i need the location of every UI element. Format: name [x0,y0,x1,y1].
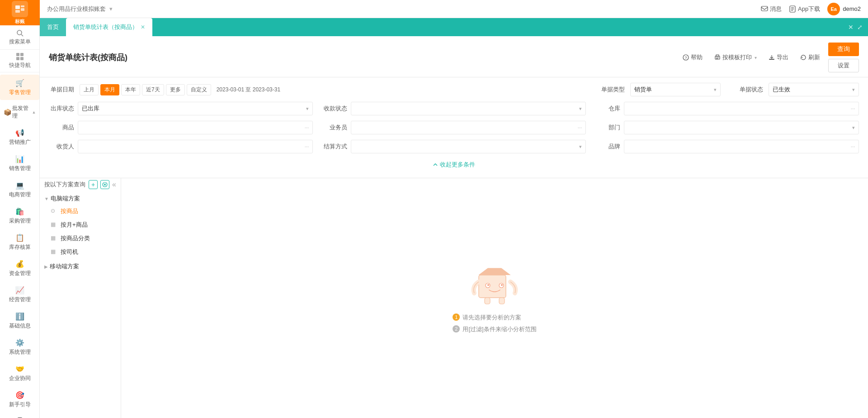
svg-point-29 [487,284,489,286]
out-status-label: 出库状态 [49,104,74,113]
dept-select[interactable] [624,121,859,134]
search-nav-item[interactable]: 搜索菜单 [0,25,39,50]
sidebar-item-finance[interactable]: 💰 资金管理 [0,256,39,281]
out-status-select[interactable]: 已出库 [78,102,313,115]
filter-row-4: 收货人 ··· 结算方式 品牌 ··· [49,140,859,153]
operations-icon: 📈 [15,285,24,294]
export-btn[interactable]: 导出 [765,52,792,63]
logo[interactable]: 标账 [0,0,40,25]
goods-input[interactable]: ··· [78,121,313,134]
receive-status-select[interactable] [351,102,586,115]
date-btn-this-year[interactable]: 本年 [121,84,140,95]
tab-home[interactable]: 首页 [40,18,66,36]
tab-close-btn[interactable]: ✕ [141,24,145,30]
scheme-item-by-month-goods[interactable]: ▦ 按月+商品 [40,218,121,232]
avatar: Ea [827,3,840,15]
date-btn-this-month[interactable]: 本月 [100,84,119,95]
sidebar-item-inventory[interactable]: 📋 库存核算 [0,229,39,255]
scheme-item-by-goods-cat-label: 按商品分类 [61,234,90,242]
scheme-item-table-icon-1: ▦ [51,221,58,228]
sidebar-item-retail[interactable]: 🛒 零售管理 [0,75,39,100]
sidebar-menu: 🛒 零售管理 📦 批发管理 ▲ 📢 营销推广 📊 销售管理 💻 电商管理 🛍️ … [0,72,39,418]
brand-label: 品牌 [595,142,620,151]
bill-status-select[interactable]: 已生效 [769,83,859,96]
window-expand-btn[interactable]: ⤢ [857,24,863,31]
sidebar-item-basic[interactable]: ℹ️ 基础信息 [0,308,39,333]
finance-icon: 💰 [15,259,24,268]
date-btn-custom[interactable]: 自定义 [187,84,211,95]
message-label: 消息 [770,5,782,13]
pc-group-chevron: ▼ [44,196,49,201]
scheme-item-table-icon-2: ▦ [51,235,58,242]
date-range-display: 2023-03-01 至 2023-03-31 [217,86,280,94]
svg-rect-7 [20,53,24,56]
message-btn[interactable]: 消息 [761,5,782,13]
svg-rect-2 [21,8,24,11]
sidebar-item-wholesale[interactable]: 📦 批发管理 ▲ [2,101,38,124]
scheme-edit-btn[interactable] [100,180,109,189]
sidebar-item-marketing-label: 营销推广 [9,138,31,146]
filter-row-3: 商品 ··· 业务员 ··· 部门 [49,121,859,134]
svg-point-4 [17,30,22,35]
sidebar-item-ecommerce[interactable]: 💻 电商管理 [0,177,39,202]
sidebar-item-finance-label: 资金管理 [9,270,31,277]
receiver-input[interactable]: ··· [78,140,313,153]
avatar-initials: Ea [831,6,837,12]
query-button[interactable]: 查询 [828,43,859,56]
scheme-sidebar: 按以下方案查询 + « ▼ 电脑端方案 [40,178,121,418]
sidebar-item-inventory-label: 库存核算 [9,243,31,251]
quick-nav-item[interactable]: 快捷导航 [0,50,39,72]
sidebar-item-guide[interactable]: 🎯 新手引导 [0,387,39,412]
sidebar-item-operations-label: 经营管理 [9,296,31,304]
help-btn[interactable]: ? 帮助 [679,52,706,63]
scheme-group-pc-header[interactable]: ▼ 电脑端方案 [40,193,121,204]
window-btns: ✕ ⤢ [843,24,868,31]
user-menu[interactable]: Ea demo2 [827,3,861,15]
scheme-item-by-goods-cat[interactable]: ▦ 按商品分类 [40,232,121,245]
svg-rect-9 [20,57,24,60]
scheme-item-by-driver-label: 按司机 [61,248,78,256]
page-container: 销货单统计表(按商品) ? 帮助 按模板打印 ▾ 导出 [40,36,868,418]
settle-select[interactable] [351,140,586,153]
sidebar-item-basic-label: 基础信息 [9,322,31,330]
settle-label: 结算方式 [322,142,347,151]
main-area: 办公用品行业模拟账套 ▾ 消息 App下载 Ea demo2 首页 [40,0,868,418]
settings-button[interactable]: 设置 [828,59,859,72]
sidebar-item-apps[interactable]: 📱 应用中心 [0,413,39,418]
scheme-add-btn[interactable]: + [89,180,98,189]
mobile-group-label: 移动端方案 [50,262,79,271]
salesperson-label: 业务员 [322,124,347,132]
date-btn-last-month[interactable]: 上月 [80,84,99,95]
sidebar-item-marketing[interactable]: 📢 营销推广 [0,124,39,150]
collapse-btn[interactable]: 收起更多条件 [49,157,859,172]
date-btn-7days[interactable]: 近7天 [142,84,164,95]
empty-tip-2: 2 用[过滤]条件来缩小分析范围 [453,325,536,333]
wholesale-icon: 📦 [4,108,11,117]
marketing-icon: 📢 [15,128,24,137]
date-buttons: 上月 本月 本年 近7天 更多 自定义 [80,84,211,95]
scheme-group-mobile-header[interactable]: ▶ 移动端方案 [40,261,121,272]
bill-type-select[interactable]: 销货单 [630,83,721,96]
scheme-actions: + « [89,180,116,189]
salesperson-input[interactable]: ··· [351,121,586,134]
refresh-btn[interactable]: 刷新 [797,52,824,63]
receive-status-label: 收款状态 [322,104,347,113]
corp-icon: 🤝 [15,364,24,373]
sidebar-item-system[interactable]: ⚙️ 系统管理 [0,334,39,360]
print-btn[interactable]: 按模板打印 ▾ [711,52,760,63]
sidebar-item-operations[interactable]: 📈 经营管理 [0,282,39,307]
brand-input[interactable]: ··· [624,140,859,153]
sidebar-item-purchase[interactable]: 🛍️ 采购管理 [0,203,39,228]
app-download-btn[interactable]: App下载 [789,5,820,13]
sidebar-item-corp[interactable]: 🤝 企业协同 [0,361,39,386]
scheme-item-by-driver[interactable]: ▦ 按司机 [40,245,121,259]
date-btn-more[interactable]: 更多 [166,84,185,95]
scheme-item-by-goods[interactable]: ⊙ 按商品 [40,204,121,218]
tab-report[interactable]: 销货单统计表（按商品） ✕ [66,18,152,36]
svg-rect-32 [499,298,505,304]
sidebar-item-sales[interactable]: 📊 销售管理 [0,151,39,176]
window-close-btn[interactable]: ✕ [848,24,854,31]
scheme-collapse-btn[interactable]: « [112,180,116,189]
warehouse-input[interactable]: ··· [624,102,859,115]
logo-text: 标账 [15,18,25,25]
